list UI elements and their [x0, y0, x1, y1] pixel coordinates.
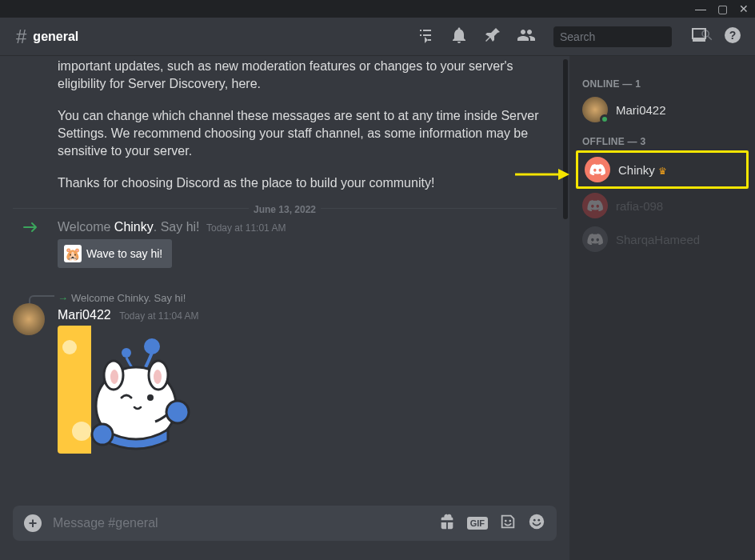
- chat-input-area: + GIF: [0, 506, 569, 560]
- hash-icon: #: [16, 26, 26, 48]
- member-row-sharqahameed[interactable]: SharqaHameed: [576, 222, 749, 256]
- svg-point-10: [147, 394, 154, 401]
- avatar: [582, 226, 608, 252]
- inbox-icon[interactable]: [689, 26, 709, 48]
- notifications-icon[interactable]: [449, 26, 469, 48]
- welcome-time: Today at 11:01 AM: [206, 222, 286, 234]
- wumpus-wave-icon: 🐹: [64, 245, 82, 262]
- gift-icon[interactable]: [438, 513, 456, 534]
- svg-point-3: [144, 338, 160, 354]
- member-name: Mari0422: [616, 103, 666, 117]
- member-row-chinky[interactable]: Chinky♛: [576, 150, 749, 189]
- pinned-icon[interactable]: [483, 26, 502, 48]
- wave-sticker[interactable]: [58, 326, 194, 454]
- minimize-button[interactable]: —: [695, 2, 706, 15]
- window-titlebar: — ▢ ✕: [0, 0, 755, 18]
- sticker-icon[interactable]: [499, 513, 517, 534]
- message-time: Today at 11:04 AM: [119, 310, 198, 322]
- server-owner-crown-icon: ♛: [658, 166, 667, 177]
- member-name: rafia-098: [616, 199, 663, 213]
- member-name: SharqaHameed: [616, 233, 700, 246]
- search-box[interactable]: [553, 26, 672, 47]
- threads-icon[interactable]: [416, 26, 435, 48]
- member-list-icon[interactable]: [517, 26, 536, 48]
- svg-point-17: [537, 519, 540, 522]
- close-button[interactable]: ✕: [739, 2, 749, 15]
- svg-point-13: [505, 520, 507, 522]
- svg-point-14: [509, 520, 511, 522]
- reply-arrow-icon: →: [58, 292, 68, 304]
- message-list[interactable]: important updates, such as new moderatio…: [0, 56, 569, 506]
- intro-text-3: Thanks for choosing Discord as the place…: [58, 174, 557, 192]
- svg-point-16: [533, 519, 536, 522]
- chat-input[interactable]: + GIF: [13, 506, 557, 541]
- join-arrow-icon: [22, 222, 38, 236]
- wave-button[interactable]: 🐹 Wave to say hi!: [58, 239, 172, 268]
- avatar: [582, 193, 608, 218]
- intro-text-1: important updates, such as new moderatio…: [58, 58, 557, 93]
- welcome-username[interactable]: Chinky: [114, 220, 154, 234]
- intro-text-2: You can change which channel these messa…: [58, 107, 557, 160]
- avatar[interactable]: [13, 303, 45, 335]
- message-author[interactable]: Mari0422: [58, 308, 111, 322]
- svg-point-12: [92, 424, 113, 445]
- offline-label: OFFLINE — 3: [576, 126, 749, 150]
- member-name: Chinky♛: [618, 163, 667, 177]
- channel-name: general: [33, 30, 78, 44]
- svg-point-4: [122, 348, 131, 358]
- online-label: ONLINE — 1: [576, 69, 749, 93]
- message-input[interactable]: [53, 516, 427, 530]
- search-input[interactable]: [560, 30, 700, 43]
- user-message: → Welcome Chinky. Say hi! Mari0422 Today…: [0, 284, 569, 460]
- emoji-icon[interactable]: [528, 513, 545, 534]
- svg-point-11: [166, 401, 189, 423]
- system-intro-message: important updates, such as new moderatio…: [0, 56, 569, 194]
- avatar: [585, 157, 610, 182]
- svg-point-9: [154, 370, 162, 384]
- welcome-system-message: Welcome Chinky. Say hi! Today at 11:01 A…: [0, 214, 569, 274]
- chat-column: important updates, such as new moderatio…: [0, 56, 569, 560]
- svg-text:?: ?: [729, 29, 737, 42]
- reply-context[interactable]: → Welcome Chinky. Say hi!: [29, 290, 557, 305]
- attach-button[interactable]: +: [24, 514, 42, 532]
- maximize-button[interactable]: ▢: [717, 2, 728, 15]
- svg-point-8: [110, 370, 118, 384]
- member-row-mari0422[interactable]: Mari0422: [576, 93, 749, 126]
- date-divider: June 13, 2022: [13, 208, 557, 209]
- member-list-panel: ONLINE — 1 Mari0422 OFFLINE — 3 Chinky♛ …: [569, 56, 755, 560]
- member-row-rafia098[interactable]: rafia-098: [576, 189, 749, 222]
- gif-button[interactable]: GIF: [467, 517, 488, 530]
- svg-point-15: [529, 514, 544, 529]
- reply-text: Welcome Chinky. Say hi!: [71, 292, 186, 304]
- help-icon[interactable]: ?: [723, 26, 742, 48]
- avatar: [582, 97, 608, 122]
- channel-header: # general ?: [0, 18, 755, 56]
- svg-rect-0: [693, 38, 705, 42]
- status-online-icon: [600, 114, 609, 124]
